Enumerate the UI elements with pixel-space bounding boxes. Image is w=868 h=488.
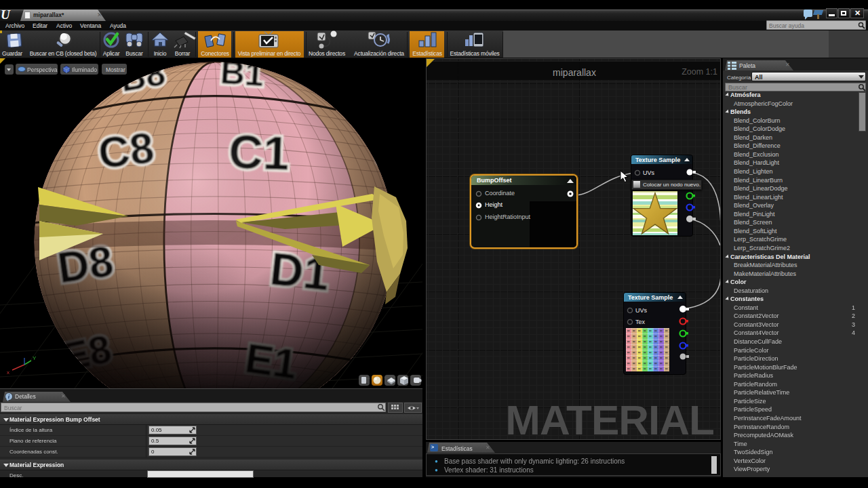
svg-text:Y: Y: [33, 355, 37, 361]
svg-text:x: x: [7, 369, 9, 375]
